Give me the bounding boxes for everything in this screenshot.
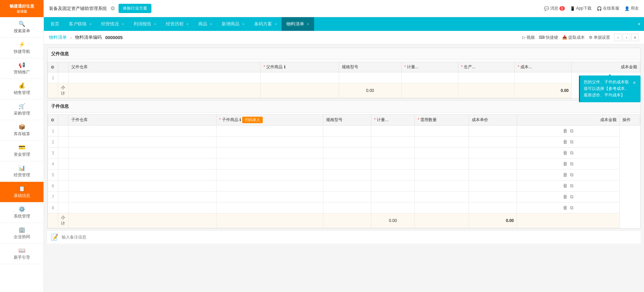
child-row-unit-2[interactable]: [323, 137, 371, 148]
child-row-spec-3[interactable]: [216, 148, 323, 159]
online-service-btn[interactable]: 🎧 在线客服: [597, 5, 619, 11]
child-row-spec-6[interactable]: [216, 180, 323, 191]
sidebar-item-inventory[interactable]: 📦 库存核算: [0, 120, 44, 141]
breadcrumb-item1[interactable]: 物料清单: [49, 34, 67, 40]
child-row-goods-1[interactable]: [69, 126, 216, 137]
tab-home[interactable]: 首页: [46, 17, 64, 31]
delete-row-2-btn[interactable]: 🗑: [562, 138, 568, 145]
child-row-goods-4[interactable]: [69, 159, 216, 170]
app-download-btn[interactable]: 📱 App下载: [570, 5, 592, 11]
child-row-goods-7[interactable]: [69, 191, 216, 202]
tab-history-close[interactable]: ×: [186, 22, 188, 26]
next-page-btn[interactable]: ›: [623, 34, 630, 41]
copy-row-4-btn[interactable]: ⧉: [569, 160, 574, 167]
tooltip-close-btn[interactable]: ×: [633, 79, 636, 86]
delete-row-6-btn[interactable]: 🗑: [562, 182, 568, 189]
child-row-unit-cost-6[interactable]: [415, 180, 469, 191]
sidebar-item-sales[interactable]: 💰 销售管理: [0, 79, 44, 100]
child-row-quantity-4[interactable]: [371, 159, 414, 170]
user-btn[interactable]: 👤 用友: [624, 5, 639, 11]
child-row-quantity-1[interactable]: [371, 126, 414, 137]
parent-row-cost-1[interactable]: [458, 72, 515, 83]
sidebar-item-search[interactable]: 🔍 搜索菜单: [0, 17, 44, 38]
parent-row-warehouse-1[interactable]: [58, 72, 69, 83]
child-row-warehouse-8[interactable]: [58, 202, 69, 213]
scan-btn[interactable]: 扫码录入: [242, 117, 263, 123]
tab-bom[interactable]: 物料清单 ×: [282, 17, 314, 31]
child-row-quantity-8[interactable]: [371, 202, 414, 213]
message-btn[interactable]: 💬 消息 6: [544, 5, 565, 11]
sidebar-item-enterprise[interactable]: 🏢 企业协同: [0, 223, 44, 244]
parent-row-unit-1[interactable]: [339, 72, 401, 83]
copy-row-6-btn[interactable]: ⧉: [569, 182, 574, 189]
tab-new-goods-close[interactable]: ×: [242, 22, 244, 26]
th-child-settings[interactable]: ⚙: [48, 115, 58, 126]
child-row-spec-5[interactable]: [216, 170, 323, 180]
shortcut-btn[interactable]: ⌨ 快捷键: [539, 35, 558, 40]
tab-operations-close[interactable]: ×: [122, 22, 124, 26]
child-row-warehouse-4[interactable]: [58, 159, 69, 170]
sidebar-item-marketing[interactable]: 📢 营销推广: [0, 58, 44, 79]
tab-profit-close[interactable]: ×: [154, 22, 156, 26]
child-row-unit-8[interactable]: [323, 202, 371, 213]
child-row-quantity-6[interactable]: [371, 180, 414, 191]
parent-row-spec-1[interactable]: [261, 72, 339, 83]
child-row-spec-8[interactable]: [216, 202, 323, 213]
child-row-warehouse-7[interactable]: [58, 191, 69, 202]
view-video-btn[interactable]: ▷ 视频: [522, 35, 535, 40]
tab-goods[interactable]: 商品 ×: [194, 17, 217, 31]
tab-goods-close[interactable]: ×: [210, 22, 212, 26]
delete-row-1-btn[interactable]: 🗑: [562, 127, 568, 134]
child-row-unit-cost-5[interactable]: [415, 170, 469, 180]
copy-row-8-btn[interactable]: ⧉: [569, 204, 574, 211]
child-row-warehouse-3[interactable]: [58, 148, 69, 159]
copy-row-3-btn[interactable]: ⧉: [569, 149, 574, 156]
sidebar-item-operation[interactable]: 📊 经营管理: [0, 161, 44, 182]
sidebar-item-purchase[interactable]: 🛒 采购管理: [0, 100, 44, 120]
sidebar-item-quicknav[interactable]: ⚡ 快捷导航: [0, 38, 44, 58]
child-row-quantity-5[interactable]: [371, 170, 414, 180]
delete-row-7-btn[interactable]: 🗑: [562, 193, 568, 200]
single-settings-btn[interactable]: ⚙ 单据设置: [589, 35, 610, 40]
child-row-spec-4[interactable]: [216, 159, 323, 170]
child-row-unit-5[interactable]: [323, 170, 371, 180]
copy-row-7-btn[interactable]: ⧉: [569, 193, 574, 200]
child-row-quantity-3[interactable]: [371, 148, 414, 159]
child-row-quantity-7[interactable]: [371, 191, 414, 202]
child-row-unit-cost-7[interactable]: [415, 191, 469, 202]
tab-barcode[interactable]: 条码方案 ×: [249, 17, 282, 31]
settings-icon[interactable]: ⚙: [110, 5, 115, 12]
parent-row-goods-1[interactable]: [69, 72, 261, 83]
child-row-goods-8[interactable]: [69, 202, 216, 213]
sidebar-item-finance[interactable]: 💳 资金管理: [0, 141, 44, 161]
delete-row-3-btn[interactable]: 🗑: [562, 149, 568, 156]
delete-row-5-btn[interactable]: 🗑: [562, 171, 568, 178]
child-row-warehouse-6[interactable]: [58, 180, 69, 191]
child-row-unit-cost-4[interactable]: [415, 159, 469, 170]
child-row-unit-7[interactable]: [323, 191, 371, 202]
sidebar-item-basic[interactable]: 📋 基础信息: [0, 182, 44, 202]
child-row-unit-1[interactable]: [323, 126, 371, 137]
child-row-warehouse-1[interactable]: [58, 126, 69, 137]
child-row-spec-7[interactable]: [216, 191, 323, 202]
tab-new-goods[interactable]: 新增商品 ×: [217, 17, 249, 31]
child-row-unit-4[interactable]: [323, 159, 371, 170]
tab-history[interactable]: 经营历程 ×: [161, 17, 193, 31]
note-input[interactable]: [62, 235, 637, 240]
tab-barcode-close[interactable]: ×: [275, 22, 277, 26]
child-row-unit-cost-1[interactable]: [415, 126, 469, 137]
close-all-tabs[interactable]: ×: [636, 20, 642, 28]
experience-btn[interactable]: 体验行业方案: [119, 4, 151, 13]
copy-row-1-btn[interactable]: ⧉: [569, 127, 574, 135]
tab-operations[interactable]: 经营情况 ×: [96, 17, 128, 31]
tab-profit[interactable]: 利润报告 ×: [129, 17, 161, 31]
child-row-unit-cost-8[interactable]: [415, 202, 469, 213]
th-parent-settings[interactable]: ⚙: [48, 62, 58, 72]
child-row-unit-cost-2[interactable]: [415, 137, 469, 148]
tab-customers-close[interactable]: ×: [89, 22, 91, 26]
child-row-goods-6[interactable]: [69, 180, 216, 191]
copy-row-5-btn[interactable]: ⧉: [569, 171, 574, 178]
parent-row-produce-1[interactable]: [401, 72, 458, 83]
child-row-unit-3[interactable]: [323, 148, 371, 159]
delete-row-4-btn[interactable]: 🗑: [562, 160, 568, 167]
